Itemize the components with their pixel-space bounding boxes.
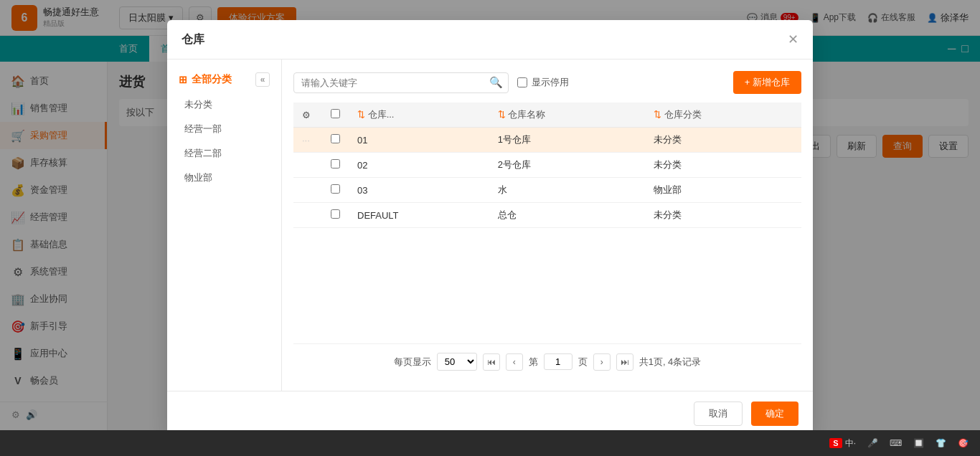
- table-row[interactable]: 03 水 物业部: [293, 178, 801, 203]
- dialog-body: ⊞ 全部分类 « 未分类 经营一部 经营二部 物业部: [167, 60, 813, 391]
- pagination-bar: 每页显示 50 20 100 ⏮ ‹ 第 页 › ⏭ 共1页, 4条记录: [293, 343, 801, 379]
- row-checkbox[interactable]: [322, 153, 349, 178]
- sort-icon-name: ⇅: [498, 109, 506, 120]
- search-input[interactable]: [293, 72, 509, 93]
- row-category: 未分类: [645, 153, 801, 178]
- row-gear: [293, 178, 322, 203]
- table-body: ··· 01 1号仓库 未分类 02 2号仓库: [293, 128, 801, 228]
- dialog-overlay[interactable]: 仓库 ✕ ⊞ 全部分类 « 未分类 经营一部 经营二部: [0, 0, 980, 456]
- row-category: 未分类: [645, 128, 801, 153]
- per-page-label: 每页显示: [394, 356, 431, 369]
- col-name[interactable]: ⇅ 仓库名称: [489, 103, 646, 128]
- confirm-button[interactable]: 确定: [751, 402, 798, 426]
- row-gear: [293, 203, 322, 228]
- search-icon[interactable]: 🔍: [489, 76, 503, 89]
- table-container: ⚙ ⇅ 仓库... ⇅: [293, 103, 801, 343]
- grid-icon: ⊞: [179, 74, 187, 85]
- table-row[interactable]: 02 2号仓库 未分类: [293, 153, 801, 178]
- mic-icon[interactable]: 🎤: [867, 438, 878, 448]
- row-name: 1号仓库: [489, 128, 646, 153]
- row-category: 物业部: [645, 178, 801, 203]
- col-checkbox: [322, 103, 349, 128]
- screen-icon[interactable]: 🔲: [913, 438, 924, 448]
- warehouse-table: ⚙ ⇅ 仓库... ⇅: [293, 103, 801, 228]
- dialog-main: 🔍 显示停用 + 新增仓库 ⚙: [282, 60, 813, 391]
- target-icon[interactable]: 🎯: [958, 438, 969, 448]
- last-page-btn[interactable]: ⏭: [616, 353, 633, 371]
- category-header-label: 全部分类: [192, 73, 232, 86]
- row-name: 水: [489, 178, 646, 203]
- row-code: 01: [349, 128, 489, 153]
- dialog-sidebar: ⊞ 全部分类 « 未分类 经营一部 经营二部 物业部: [167, 60, 282, 391]
- status-logo: S 中·: [829, 437, 856, 450]
- cat-item-unclassified[interactable]: 未分类: [167, 92, 281, 117]
- search-input-wrap: 🔍: [293, 72, 509, 93]
- table-row[interactable]: DEFAULT 总仓 未分类: [293, 203, 801, 228]
- sort-icon: ⇅: [357, 109, 365, 120]
- search-bar: 🔍 显示停用 + 新增仓库: [293, 71, 801, 94]
- statusbar: S 中· 🎤 ⌨ 🔲 👕 🎯: [0, 430, 980, 456]
- per-page-select[interactable]: 50 20 100: [437, 353, 477, 371]
- col-code[interactable]: ⇅ 仓库...: [349, 103, 489, 128]
- prev-page-btn[interactable]: ‹: [506, 353, 523, 371]
- cat-item-operations2[interactable]: 经营二部: [167, 141, 281, 166]
- row-gear: ···: [293, 128, 322, 153]
- all-categories[interactable]: ⊞ 全部分类 «: [167, 67, 281, 92]
- keyboard-icon[interactable]: ⌨: [890, 438, 902, 448]
- select-all-checkbox[interactable]: [331, 109, 340, 118]
- dialog-close-button[interactable]: ✕: [788, 32, 798, 47]
- page-label-after: 页: [578, 356, 588, 369]
- dialog-footer: 取消 确定: [167, 391, 813, 436]
- dialog-header: 仓库 ✕: [167, 20, 813, 60]
- total-info: 共1页, 4条记录: [639, 356, 702, 369]
- cancel-button[interactable]: 取消: [694, 402, 743, 426]
- table-row[interactable]: ··· 01 1号仓库 未分类: [293, 128, 801, 153]
- show-disabled-checkbox[interactable]: [517, 77, 527, 87]
- gear-col-icon: ⚙: [302, 110, 311, 120]
- page-label-before: 第: [529, 356, 538, 369]
- sort-icon-cat: ⇅: [654, 109, 661, 120]
- cat-item-operations1[interactable]: 经营一部: [167, 117, 281, 141]
- page-number-input[interactable]: [544, 353, 573, 370]
- collapse-button[interactable]: «: [255, 72, 270, 87]
- row-code: 02: [349, 153, 489, 178]
- row-code: 03: [349, 178, 489, 203]
- row-gear: [293, 153, 322, 178]
- row-checkbox[interactable]: [322, 203, 349, 228]
- shirt-icon[interactable]: 👕: [936, 438, 946, 448]
- warehouse-dialog: 仓库 ✕ ⊞ 全部分类 « 未分类 经营一部 经营二部: [167, 20, 813, 436]
- show-disabled-label: 显示停用: [517, 76, 569, 89]
- cat-item-property[interactable]: 物业部: [167, 166, 281, 190]
- col-category[interactable]: ⇅ 仓库分类: [645, 103, 801, 128]
- row-category: 未分类: [645, 203, 801, 228]
- dialog-title: 仓库: [182, 32, 204, 47]
- next-page-btn[interactable]: ›: [593, 353, 611, 371]
- row-checkbox[interactable]: [322, 178, 349, 203]
- row-checkbox[interactable]: [322, 128, 349, 153]
- add-warehouse-button[interactable]: + 新增仓库: [733, 71, 801, 94]
- table-header: ⚙ ⇅ 仓库... ⇅: [293, 103, 801, 128]
- first-page-btn[interactable]: ⏮: [483, 353, 500, 371]
- col-gear: ⚙: [293, 103, 322, 128]
- row-name: 总仓: [489, 203, 646, 228]
- row-code: DEFAULT: [349, 203, 489, 228]
- row-name: 2号仓库: [489, 153, 646, 178]
